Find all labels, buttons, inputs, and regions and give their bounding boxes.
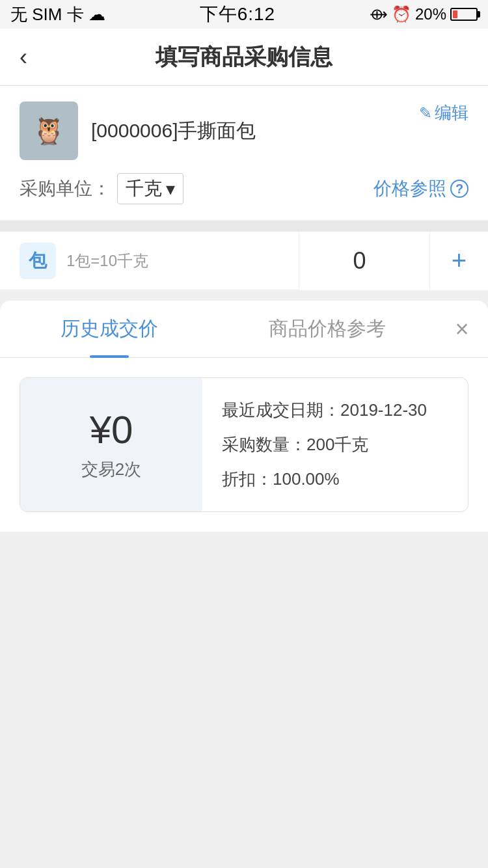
edit-label: 编辑 <box>435 102 468 124</box>
edit-button[interactable]: ✎ 编辑 <box>419 102 468 124</box>
page-background <box>0 532 488 868</box>
quantity-input[interactable] <box>299 232 429 290</box>
page-title: 填写商品采购信息 <box>156 42 332 72</box>
price-ref-button[interactable]: 价格参照 ? <box>373 176 468 201</box>
unit-value: 千克 <box>126 176 162 201</box>
qty-value: 200千克 <box>306 435 368 454</box>
status-bar: 无 SIM 卡 ☁ 下午6:12 ⟴ ⏰ 20% <box>0 0 488 29</box>
quantity-controls: + <box>299 232 488 290</box>
price-details: 最近成交日期：2019-12-30 采购数量：200千克 折扣：100.00% <box>202 378 468 511</box>
qty-row: 采购数量：200千克 <box>222 432 448 457</box>
battery-icon <box>450 8 478 21</box>
recent-date-value: 2019-12-30 <box>340 400 427 420</box>
currency-symbol: ¥ <box>90 408 111 452</box>
tab-product-label: 商品价格参考 <box>269 316 386 342</box>
dropdown-arrow-icon: ▾ <box>166 178 175 200</box>
sim-text: 无 SIM 卡 ☁ <box>10 3 105 26</box>
price-value: ¥0 <box>90 409 133 452</box>
quantity-plus-button[interactable]: + <box>429 232 488 290</box>
alarm-icon: ⏰ <box>392 5 411 23</box>
location-icon: ⟴ <box>370 5 388 23</box>
quantity-section: 包 1包=10千克 + <box>0 232 488 290</box>
battery-percent: 20% <box>415 5 446 23</box>
status-right: ⟴ ⏰ 20% <box>370 5 478 23</box>
recent-date-label: 最近成交日期： <box>222 400 340 420</box>
nav-bar: ‹ 填写商品采购信息 <box>0 29 488 86</box>
product-section: 🦉 [0000006]手撕面包 ✎ 编辑 采购单位： 千克 ▾ 价格参照 ? <box>0 86 488 220</box>
price-card-area: ¥0 交易2次 最近成交日期：2019-12-30 采购数量：200千克 折扣：… <box>0 358 488 532</box>
unit-label: 采购单位： <box>20 176 111 201</box>
price-ref-help-icon: ? <box>450 180 468 198</box>
unit-conversion: 1包=10千克 <box>66 251 148 271</box>
price-number: 0 <box>111 408 133 452</box>
price-ref-label: 价格参照 <box>373 176 446 201</box>
status-left: 无 SIM 卡 ☁ <box>10 3 105 26</box>
quantity-left: 包 1包=10千克 <box>0 243 299 279</box>
trade-count: 交易2次 <box>81 458 141 481</box>
section-divider <box>0 221 488 232</box>
tab-bar: 历史成交价 商品价格参考 × <box>0 301 488 358</box>
back-button[interactable]: ‹ <box>20 44 27 71</box>
product-logo: 🦉 <box>33 116 65 146</box>
unit-badge: 包 <box>20 243 56 279</box>
panel-close-button[interactable]: × <box>436 301 488 358</box>
product-name: [0000006]手撕面包 <box>91 117 256 144</box>
tab-active-indicator <box>90 355 129 358</box>
unit-select[interactable]: 千克 ▾ <box>117 173 183 204</box>
product-info: 🦉 [0000006]手撕面包 <box>20 102 256 160</box>
price-card: ¥0 交易2次 最近成交日期：2019-12-30 采购数量：200千克 折扣：… <box>20 377 468 512</box>
discount-value: 100.00% <box>273 469 340 489</box>
tab-history-price[interactable]: 历史成交价 <box>0 301 218 358</box>
product-thumbnail: 🦉 <box>20 102 78 160</box>
tab-history-label: 历史成交价 <box>61 316 158 342</box>
tab-product-price[interactable]: 商品价格参考 <box>218 301 436 358</box>
edit-icon: ✎ <box>419 104 432 122</box>
discount-row: 折扣：100.00% <box>222 467 448 492</box>
qty-label: 采购数量： <box>222 435 306 454</box>
price-reference-panel: 历史成交价 商品价格参考 × ¥0 交易2次 最近成交日期：2019-12-30… <box>0 301 488 532</box>
recent-date-row: 最近成交日期：2019-12-30 <box>222 398 448 423</box>
price-summary: ¥0 交易2次 <box>20 378 202 511</box>
discount-label: 折扣： <box>222 469 273 489</box>
status-time: 下午6:12 <box>200 2 276 27</box>
